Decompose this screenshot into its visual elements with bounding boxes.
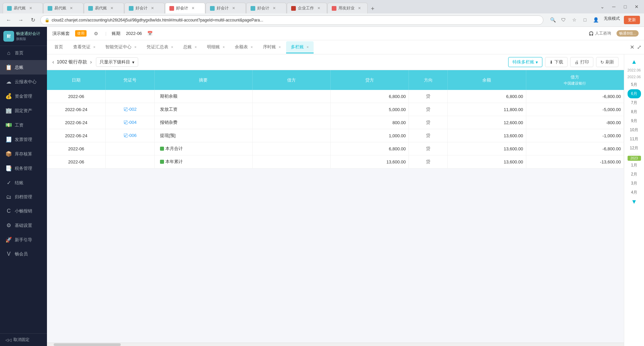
search-icon[interactable]: 🔍 (549, 16, 557, 24)
timeline-month-10[interactable]: 10月 (628, 126, 641, 135)
forward-button[interactable]: → (16, 15, 25, 25)
tab-detail-ledger[interactable]: 明细账 × (202, 41, 229, 53)
scrollbar-thumb[interactable] (54, 343, 121, 346)
tab-7[interactable]: 好会计 ✕ (246, 3, 286, 13)
tab-close-7[interactable]: ✕ (273, 6, 276, 10)
tab-5[interactable]: 好会计 ✕ (165, 3, 205, 13)
sidebar-item-reports[interactable]: ☁ 云报表中心 (0, 75, 47, 89)
voucher-link[interactable]: 记-006 (123, 133, 137, 138)
topbar-settings-icon[interactable]: ⚙ (92, 30, 100, 38)
timeline-month-1[interactable]: 1月 (628, 161, 641, 170)
close-panel-icon[interactable]: ✕ (630, 44, 634, 50)
tab-general-ledger-close[interactable]: × (195, 45, 197, 49)
profile-icon[interactable]: 👤 (592, 16, 600, 24)
tab-9[interactable]: 用友好业 ✕ (327, 3, 368, 13)
refresh-button[interactable]: ↻ 刷新 (596, 57, 619, 67)
sidebar-item-home[interactable]: ⌂ 首页 (0, 46, 47, 60)
special-multicolumn-button[interactable]: 特殊多栏账 ▾ (508, 57, 542, 67)
tab-close-1[interactable]: ✕ (29, 6, 32, 10)
star-icon[interactable]: ☆ (570, 16, 578, 24)
tab-1[interactable]: 易代账 ✕ (3, 3, 43, 13)
expand-panel-icon[interactable]: ⤢ (637, 44, 641, 50)
sidebar-item-expense[interactable]: C 小畅报销 (0, 204, 47, 218)
timeline-month-4[interactable]: 4月 (628, 188, 641, 197)
support-button[interactable]: 🎧 人工咨询 (589, 31, 611, 36)
account-next-button[interactable]: › (90, 59, 92, 65)
tab-2[interactable]: 易代账 ✕ (43, 3, 84, 13)
sidebar-item-vip[interactable]: V 畅会员 (0, 247, 47, 261)
timeline-month-8[interactable]: 8月 (628, 107, 641, 116)
tab-vouchers-close[interactable]: × (93, 45, 95, 49)
tab-voucher-summary-close[interactable]: × (171, 45, 173, 49)
tab-4[interactable]: 好会计 ✕ (124, 3, 165, 13)
maximize-icon[interactable]: □ (621, 2, 630, 11)
shield-icon[interactable]: 🛡 (559, 16, 568, 24)
timeline-month-2[interactable]: 2月 (628, 170, 641, 179)
timeline-month-11[interactable]: 11月 (628, 135, 641, 144)
print-button[interactable]: 🖨 打印 (570, 57, 593, 67)
tab-smart-vouchers-close[interactable]: × (134, 45, 136, 49)
tab-3[interactable]: 易代账 ✕ (84, 3, 124, 13)
tab-smart-vouchers[interactable]: 智能凭证中心 × (101, 41, 141, 53)
horizontal-scrollbar[interactable] (47, 343, 624, 346)
download-button[interactable]: ⬇ 下载 (545, 57, 568, 67)
tab-balance[interactable]: 余额表 × (230, 41, 257, 53)
filter-select[interactable]: 只显示下级科目 ▾ (96, 57, 138, 67)
tab-journal[interactable]: 序时账 × (258, 41, 285, 53)
timeline-month-6[interactable]: 6月 (628, 89, 641, 98)
timeline-month-9[interactable]: 9月 (628, 116, 641, 126)
unpin-button[interactable]: ◁◁ 取消固定 (0, 334, 47, 346)
voucher-link[interactable]: 记-002 (123, 107, 137, 112)
tab-detail-ledger-close[interactable]: × (223, 45, 225, 49)
timeline-month-5[interactable]: 5月 (628, 80, 641, 89)
tab-home[interactable]: 首页 (50, 41, 68, 53)
sidebar-item-ledger[interactable]: 📋 总账 (0, 60, 47, 75)
timeline-month-7[interactable]: 7月 (628, 98, 641, 107)
tab-8[interactable]: 企业工作 ✕ (287, 3, 327, 13)
tab-close-4[interactable]: ✕ (151, 6, 154, 10)
timeline-down-arrow[interactable]: ▼ (630, 197, 639, 207)
tab-close-8[interactable]: ✕ (317, 6, 320, 10)
tab-balance-close[interactable]: × (251, 45, 253, 49)
voucher-link[interactable]: 记-004 (123, 120, 137, 125)
refresh-button[interactable]: ↻ (28, 15, 38, 25)
tab-vouchers[interactable]: 查看凭证 × (68, 41, 100, 53)
tab-multi-column[interactable]: 多栏账 × (286, 41, 313, 53)
close-window-icon[interactable]: ✕ (632, 2, 641, 11)
tab-close-6[interactable]: ✕ (232, 6, 235, 10)
timeline-up-arrow[interactable]: ▲ (630, 57, 639, 67)
tab-multi-column-close[interactable]: × (307, 45, 309, 49)
tab-voucher-summary[interactable]: 凭证汇总表 × (142, 41, 178, 53)
back-button[interactable]: ← (4, 15, 13, 25)
extensions-icon[interactable]: □ (581, 16, 589, 24)
user-badge[interactable]: 畅通B组... (616, 30, 639, 37)
tab-close-5[interactable]: ✕ (192, 6, 195, 10)
sidebar-item-funds[interactable]: 💰 资金管理 (0, 89, 47, 103)
tab-close-2[interactable]: ✕ (70, 6, 73, 10)
timeline-month-3[interactable]: 3月 (628, 179, 641, 188)
sidebar-item-assets[interactable]: 🏢 固定资产 (0, 103, 47, 118)
url-input[interactable]: 🔒 cloud2.chanjet.com/accounting/uh26t264… (40, 15, 543, 25)
tab-journal-close[interactable]: × (279, 45, 281, 49)
account-prev-button[interactable]: ‹ (52, 59, 54, 65)
minimize-icon[interactable]: ─ (609, 2, 619, 11)
tab-close-3[interactable]: ✕ (110, 6, 113, 10)
sidebar-item-inventory[interactable]: 📦 库存核算 (0, 147, 47, 161)
sidebar-item-archive[interactable]: 🗂 归档管理 (0, 190, 47, 204)
sidebar-item-invoice[interactable]: 🧾 发票管理 (0, 132, 47, 147)
update-button[interactable]: 更新 (624, 16, 640, 24)
sidebar-item-close-accounts[interactable]: ✓ 结账 (0, 176, 47, 190)
sidebar-item-guide[interactable]: 🚀 新手引导 (0, 233, 47, 247)
tab-close-9[interactable]: ✕ (358, 6, 361, 10)
calendar-icon[interactable]: 📅 (147, 31, 153, 36)
app-container: 财 畅捷通好会计 旗舰版 ⌂ 首页 📋 总账 ☁ 云报表中心 💰 资金管理 🏢 … (0, 27, 644, 346)
demo-badge[interactable]: 使用 (75, 30, 87, 37)
sidebar-item-settings[interactable]: ⚙ 基础设置 (0, 218, 47, 233)
tab-6[interactable]: 好会计 ✕ (206, 3, 246, 13)
new-tab-button[interactable]: + (368, 4, 377, 13)
sidebar-item-salary[interactable]: 💵 工资 (0, 118, 47, 132)
sidebar-item-tax[interactable]: 📑 税务管理 (0, 161, 47, 176)
timeline-month-12[interactable]: 12月 (628, 144, 641, 153)
tab-list-icon[interactable]: ⌄ (598, 2, 607, 11)
tab-general-ledger[interactable]: 总账 × (178, 41, 201, 53)
